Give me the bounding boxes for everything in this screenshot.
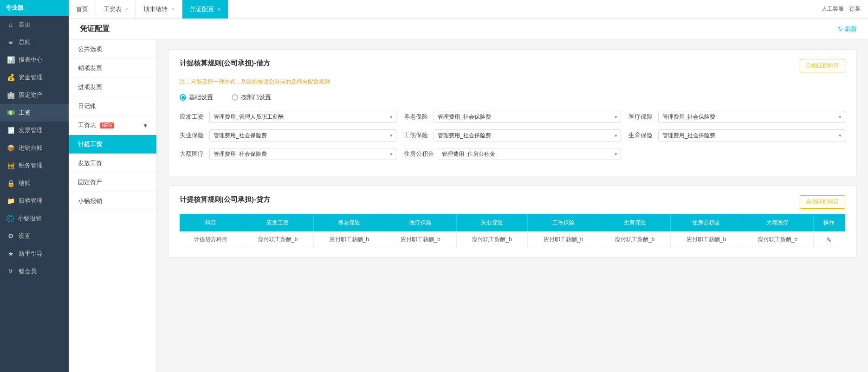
tab-salary-label: 工资表 bbox=[104, 5, 122, 13]
tab-period-close-icon[interactable]: × bbox=[171, 6, 174, 12]
sidebar-item-xiaochang[interactable]: C 小畅报销 bbox=[0, 210, 69, 227]
cell-val-housing: 应付职工薪酬_b bbox=[670, 231, 742, 248]
select-salary[interactable]: 管理费用_管理人员职工薪酬 bbox=[209, 111, 396, 123]
debit-form-item-unemployment: 失业保险 管理费用_社会保险费 bbox=[180, 129, 396, 141]
select-unemployment[interactable]: 管理费用_社会保险费 bbox=[209, 129, 396, 141]
sidebar-item-guide[interactable]: ★ 新手引导 bbox=[0, 245, 69, 263]
tab-voucher-close-icon[interactable]: × bbox=[218, 6, 220, 12]
label-medical: 医疗保险 bbox=[628, 113, 654, 121]
credit-table: 科目 应发工资 养老保险 医疗保险 失业保险 工伤保险 生育保险 住房公积金 大… bbox=[180, 214, 845, 248]
select-maternity[interactable]: 管理费用_社会保险费 bbox=[658, 129, 845, 141]
refresh-button[interactable]: ↻ 刷新 bbox=[838, 25, 857, 33]
credit-auto-match-button[interactable]: 自动匹配科目 bbox=[800, 195, 845, 209]
nav-item-calc-salary[interactable]: 计提工资 bbox=[69, 135, 156, 154]
tab-home[interactable]: 首页 bbox=[69, 0, 96, 19]
sidebar-item-settings[interactable]: ⚙ 设置 bbox=[0, 227, 69, 245]
page-title: 凭证配置 bbox=[80, 24, 110, 34]
debit-section: 计提核算规则(公司承担)-借方 自动匹配科目 注：只能选择一种方式，系统将按照您… bbox=[168, 49, 857, 176]
select-wrapper-bigmedical: 管理费用_社会保险费 bbox=[209, 148, 396, 160]
edit-icon[interactable]: ✎ bbox=[826, 236, 832, 244]
sidebar-label-invoice: 发票管理 bbox=[19, 126, 43, 135]
debit-radio-group: 基础设置 按部门设置 bbox=[180, 93, 845, 102]
sidebar-item-home[interactable]: ⌂ 首页 bbox=[0, 16, 69, 33]
cell-val-injury: 应付职工薪酬_b bbox=[528, 231, 599, 248]
sidebar-item-funds[interactable]: 💰 资金管理 bbox=[0, 69, 69, 86]
tab-salary-table[interactable]: 工资表 × bbox=[96, 0, 136, 19]
label-pension: 养老保险 bbox=[404, 113, 430, 121]
tab-period-close[interactable]: 期末结转 × bbox=[136, 0, 182, 19]
refresh-label: 刷新 bbox=[845, 25, 857, 33]
tab-voucher-config[interactable]: 凭证配置 × bbox=[182, 0, 228, 19]
nav-item-pay-salary[interactable]: 发放工资 bbox=[69, 154, 156, 173]
xiaochang-icon: C bbox=[6, 215, 14, 222]
expand-icon: ▾ bbox=[144, 122, 147, 129]
col-unemployment: 失业保险 bbox=[456, 214, 528, 231]
salary-table-badge: NEW bbox=[100, 122, 114, 128]
radio-basic-circle bbox=[180, 94, 186, 101]
sidebar-item-salary[interactable]: 💵 工资 bbox=[0, 104, 69, 122]
tab-voucher-label: 凭证配置 bbox=[190, 5, 214, 13]
select-pension[interactable]: 管理费用_社会保险费 bbox=[434, 111, 621, 123]
right-content: 计提核算规则(公司承担)-借方 自动匹配科目 注：只能选择一种方式，系统将按照您… bbox=[157, 40, 868, 372]
nav-item-purchase-invoice[interactable]: 进项发票 bbox=[69, 78, 156, 97]
label-bigmedical: 大额医疗 bbox=[180, 150, 206, 158]
select-wrapper-salary: 管理费用_管理人员职工薪酬 bbox=[209, 111, 396, 123]
sidebar-label-xiaochang: 小畅报销 bbox=[18, 214, 42, 223]
col-action: 操作 bbox=[813, 214, 845, 231]
nav-label-fixed: 固定资产 bbox=[78, 178, 102, 186]
label-salary: 应发工资 bbox=[180, 113, 206, 121]
sidebar-item-stock[interactable]: 📦 进销台账 bbox=[0, 139, 69, 157]
sidebar-label-salary: 工资 bbox=[19, 109, 31, 117]
select-housing[interactable]: 管理费用_住房公积金 bbox=[438, 148, 621, 160]
nav-item-sales-invoice[interactable]: 销项发票 bbox=[69, 59, 156, 78]
nav-item-xiaochang-expense[interactable]: 小畅报销 bbox=[69, 192, 156, 211]
radio-dept-circle bbox=[232, 94, 238, 101]
home-icon: ⌂ bbox=[6, 21, 15, 28]
select-medical[interactable]: 管理费用_社会保险费 bbox=[658, 111, 845, 123]
nav-item-salary-table[interactable]: 工资表 NEW ▾ bbox=[69, 116, 156, 135]
nav-item-public[interactable]: 公共选项 bbox=[69, 40, 156, 59]
sidebar-label-funds: 资金管理 bbox=[19, 73, 43, 82]
radio-dept[interactable]: 按部门设置 bbox=[232, 93, 271, 102]
help-link[interactable]: 人工客服 bbox=[822, 5, 844, 13]
cell-action[interactable]: ✎ bbox=[813, 231, 845, 248]
label-maternity: 生育保险 bbox=[628, 131, 654, 140]
tab-salary-close-icon[interactable]: × bbox=[125, 6, 128, 12]
nav-item-journal[interactable]: 日记账 bbox=[69, 97, 156, 116]
user-name: 徐某 bbox=[849, 5, 861, 13]
col-maternity: 生育保险 bbox=[599, 214, 671, 231]
radio-basic[interactable]: 基础设置 bbox=[180, 93, 213, 102]
sidebar-item-assets[interactable]: 🏢 固定资产 bbox=[0, 86, 69, 104]
select-wrapper-unemployment: 管理费用_社会保险费 bbox=[209, 129, 396, 141]
sidebar-item-report[interactable]: 📊 报表中心 bbox=[0, 51, 69, 69]
sidebar-label-settings: 设置 bbox=[19, 232, 31, 240]
select-wrapper-housing: 管理费用_住房公积金 bbox=[438, 148, 621, 160]
debit-form-item-housing: 住房公积金 管理费用_住房公积金 bbox=[404, 148, 621, 160]
sidebar-item-member[interactable]: V 畅会员 bbox=[0, 263, 69, 280]
nav-label-sales: 销项发票 bbox=[78, 64, 102, 72]
report-icon: 📊 bbox=[6, 56, 15, 64]
sidebar-item-archive[interactable]: 📁 归档管理 bbox=[0, 192, 69, 210]
sidebar-item-tax[interactable]: 🧮 税务管理 bbox=[0, 157, 69, 174]
sidebar-item-invoice[interactable]: 🧾 发票管理 bbox=[0, 122, 69, 139]
debit-auto-match-button[interactable]: 自动匹配科目 bbox=[800, 59, 845, 72]
assets-icon: 🏢 bbox=[6, 91, 15, 99]
label-injury: 工伤保险 bbox=[404, 131, 430, 140]
debit-header: 计提核算规则(公司承担)-借方 自动匹配科目 bbox=[180, 59, 845, 72]
sidebar-item-close[interactable]: 🔒 结账 bbox=[0, 174, 69, 192]
sidebar-item-ledger[interactable]: ≡ 总账 bbox=[0, 33, 69, 51]
cell-val-pension: 应付职工薪酬_b bbox=[313, 231, 385, 248]
select-wrapper-maternity: 管理费用_社会保险费 bbox=[658, 129, 845, 141]
salary-icon: 💵 bbox=[6, 109, 15, 116]
select-bigmedical[interactable]: 管理费用_社会保险费 bbox=[209, 148, 396, 160]
nav-item-fixed-assets[interactable]: 固定资产 bbox=[69, 173, 156, 192]
credit-table-header: 科目 应发工资 养老保险 医疗保险 失业保险 工伤保险 生育保险 住房公积金 大… bbox=[180, 214, 845, 231]
page-header: 凭证配置 ↻ 刷新 bbox=[69, 19, 868, 40]
main-area: 首页 工资表 × 期末结转 × 凭证配置 × 人工客服 徐某 凭证配置 ↻ 刷新 bbox=[69, 0, 868, 372]
settings-icon: ⚙ bbox=[6, 232, 15, 240]
debit-form-item-pension: 养老保险 管理费用_社会保险费 bbox=[404, 111, 621, 123]
debit-form-row-2: 失业保险 管理费用_社会保险费 工伤保险 管理费用_社会保险费 生育保险 bbox=[180, 129, 845, 141]
label-housing: 住房公积金 bbox=[404, 150, 434, 158]
select-injury[interactable]: 管理费用_社会保险费 bbox=[434, 129, 621, 141]
nav-label-salary-table: 工资表 bbox=[78, 121, 96, 129]
